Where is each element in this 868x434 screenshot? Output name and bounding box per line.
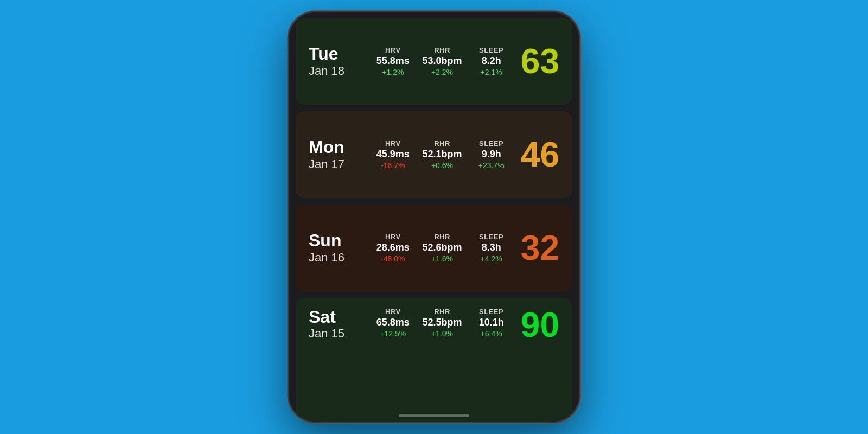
hrv-metric-sun-jan-16: HRV 28.6ms -48.0%	[368, 233, 417, 263]
day-card-sun-jan-16[interactable]: Sun Jan 16 HRV 28.6ms -48.0% RHR 52.6bpm…	[296, 205, 572, 291]
sleep-value-tue-jan-18: 8.2h	[482, 55, 501, 67]
rhr-value-mon-jan-17: 52.1bpm	[422, 149, 462, 160]
score-section-sun-jan-16: 32	[516, 231, 559, 265]
sleep-value-mon-jan-17: 9.9h	[482, 149, 501, 160]
day-card-sat-jan-15[interactable]: Sat Jan 15 HRV 65.8ms +12.5% RHR 52.5bpm…	[296, 298, 572, 422]
metrics-section-sat-jan-15: HRV 65.8ms +12.5% RHR 52.5bpm +1.0% SLEE…	[368, 308, 516, 338]
hrv-label-mon-jan-17: HRV	[385, 139, 401, 148]
day-date-sun-jan-16: Jan 16	[309, 251, 368, 265]
hrv-change-tue-jan-18: +1.2%	[382, 68, 404, 76]
day-date-tue-jan-18: Jan 18	[309, 64, 368, 78]
rhr-label-mon-jan-17: RHR	[434, 139, 450, 148]
rhr-value-tue-jan-18: 53.0bpm	[422, 55, 462, 67]
sleep-label-tue-jan-18: SLEEP	[479, 46, 503, 54]
sleep-value-sat-jan-15: 10.1h	[479, 317, 504, 328]
hrv-label-sun-jan-16: HRV	[385, 233, 401, 241]
day-card-mon-jan-17[interactable]: Mon Jan 17 HRV 45.9ms -16.7% RHR 52.1bpm…	[296, 111, 572, 198]
hrv-label: HRV	[385, 308, 401, 316]
score-section-mon-jan-17: 46	[516, 137, 559, 172]
hrv-value-tue-jan-18: 55.8ms	[376, 55, 410, 67]
score-sat-jan-15: 90	[521, 308, 559, 342]
hrv-label-tue-jan-18: HRV	[385, 46, 401, 54]
home-indicator	[399, 414, 469, 417]
hrv-value-sun-jan-16: 28.6ms	[376, 242, 410, 253]
rhr-metric-mon-jan-17: RHR 52.1bpm +0.6%	[418, 139, 467, 170]
day-name-sun-jan-16: Sun	[309, 231, 368, 250]
score-mon-jan-17: 46	[521, 137, 559, 172]
date-section-sat-jan-15: Sat Jan 15	[309, 308, 368, 341]
sleep-change-mon-jan-17: +23.7%	[478, 161, 505, 170]
sleep-metric-sun-jan-16: SLEEP 8.3h +4.2%	[467, 233, 516, 263]
rhr-value-sun-jan-16: 52.6bpm	[422, 242, 462, 253]
hrv-metric-tue-jan-18: HRV 55.8ms +1.2%	[368, 46, 417, 76]
rhr-metric-sat-jan-15: RHR 52.5bpm +1.0%	[418, 308, 467, 338]
rhr-change-sun-jan-16: +1.6%	[431, 254, 453, 263]
rhr-change-sat-jan-15: +1.0%	[431, 329, 453, 338]
sleep-label: SLEEP	[479, 308, 503, 316]
sleep-change-tue-jan-18: +2.1%	[481, 68, 502, 76]
hrv-value-mon-jan-17: 45.9ms	[376, 149, 410, 160]
rhr-value-sat-jan-15: 52.5bpm	[422, 317, 462, 328]
rhr-change-mon-jan-17: +0.6%	[431, 161, 453, 170]
hrv-metric-mon-jan-17: HRV 45.9ms -16.7%	[368, 139, 417, 170]
sleep-label-sun-jan-16: SLEEP	[479, 233, 503, 241]
screen: Tue Jan 18 HRV 55.8ms +1.2% RHR 53.0bpm …	[289, 12, 579, 422]
score-section-tue-jan-18: 63	[516, 44, 559, 79]
sleep-change-sun-jan-16: +4.2%	[481, 254, 502, 263]
score-section-sat-jan-15: 90	[516, 308, 559, 342]
sleep-metric-sat-jan-15: SLEEP 10.1h +6.4%	[467, 308, 516, 338]
day-date-sat-jan-15: Jan 15	[309, 327, 368, 341]
date-section-sun-jan-16: Sun Jan 16	[309, 231, 368, 264]
hrv-change-sun-jan-16: -48.0%	[381, 254, 405, 263]
score-sun-jan-16: 32	[521, 231, 559, 265]
sleep-change-sat-jan-15: +6.4%	[481, 329, 502, 338]
sleep-metric-mon-jan-17: SLEEP 9.9h +23.7%	[467, 139, 516, 170]
rhr-label: RHR	[434, 308, 450, 316]
sleep-metric-tue-jan-18: SLEEP 8.2h +2.1%	[467, 46, 516, 76]
hrv-metric-sat-jan-15: HRV 65.8ms +12.5%	[368, 308, 417, 338]
rhr-label-sun-jan-16: RHR	[434, 233, 450, 241]
day-name-mon-jan-17: Mon	[309, 138, 368, 157]
sleep-label-mon-jan-17: SLEEP	[479, 139, 503, 148]
date-section-tue-jan-18: Tue Jan 18	[309, 44, 368, 78]
hrv-change-mon-jan-17: -16.7%	[381, 161, 405, 170]
rhr-change-tue-jan-18: +2.2%	[431, 68, 453, 76]
day-date-mon-jan-17: Jan 17	[309, 157, 368, 171]
day-card-tue-jan-18[interactable]: Tue Jan 18 HRV 55.8ms +1.2% RHR 53.0bpm …	[296, 18, 572, 105]
date-section-mon-jan-17: Mon Jan 17	[309, 138, 368, 171]
score-tue-jan-18: 63	[521, 44, 559, 79]
sleep-value-sun-jan-16: 8.3h	[482, 242, 501, 253]
phone-frame: Tue Jan 18 HRV 55.8ms +1.2% RHR 53.0bpm …	[288, 11, 580, 423]
hrv-change-sat-jan-15: +12.5%	[380, 329, 406, 338]
rhr-metric-sun-jan-16: RHR 52.6bpm +1.6%	[418, 233, 467, 263]
hrv-value-sat-jan-15: 65.8ms	[376, 317, 410, 328]
rhr-metric-tue-jan-18: RHR 53.0bpm +2.2%	[418, 46, 467, 76]
metrics-section-tue-jan-18: HRV 55.8ms +1.2% RHR 53.0bpm +2.2% SLEEP…	[368, 46, 516, 76]
metrics-section-mon-jan-17: HRV 45.9ms -16.7% RHR 52.1bpm +0.6% SLEE…	[368, 139, 516, 170]
day-name-sat-jan-15: Sat	[309, 308, 368, 327]
metrics-section-sun-jan-16: HRV 28.6ms -48.0% RHR 52.6bpm +1.6% SLEE…	[368, 233, 516, 263]
day-name-tue-jan-18: Tue	[309, 44, 368, 63]
rhr-label-tue-jan-18: RHR	[434, 46, 450, 54]
